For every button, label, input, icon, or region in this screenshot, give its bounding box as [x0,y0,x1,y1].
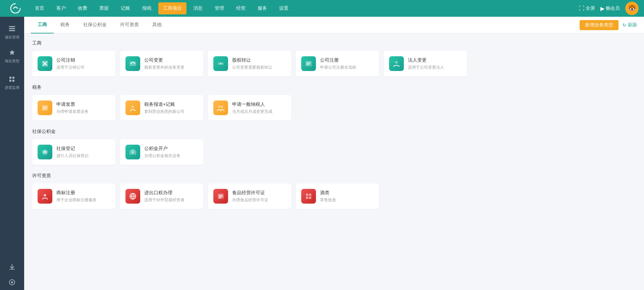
card-title-company-register: 公司注册 [320,57,356,63]
sidebar-settings[interactable] [0,275,24,290]
project-type-icon [7,48,17,57]
card-desc-provident-fund: 办理公积金相关业务 [144,153,180,159]
card-desc-general-taxpayer: 当月或次月成变更完成 [232,109,272,115]
card-company-register[interactable]: 公司注册 申请公司注册全流程 [296,51,379,76]
nav-items: 首页 客户 收费 票据 记账 报税 工商项目 消息 管理 经营 服务 设置 [29,0,579,17]
card-desc-company-register: 申请公司注册全流程 [320,65,356,70]
card-text-company-register: 公司注册 申请公司注册全流程 [320,57,356,70]
card-title-company-cancel: 公司注销 [56,57,85,63]
vip-btn[interactable]: ▶ 畅会员 [600,5,620,12]
card-icon-liquor [301,189,316,204]
card-title-equity-transfer: 股权转让 [232,57,272,63]
card-icon-legal-change [389,56,404,71]
card-legal-change[interactable]: 法人变更 适用于公司变更法人 [384,51,467,76]
svg-marker-3 [9,50,15,55]
card-tax-report[interactable]: 税务报道+记账 拿到营业执照的新公司 [120,95,203,121]
card-food-license[interactable]: 食品经营许可证 办理食品经营许可证 [208,184,291,209]
svg-rect-15 [306,61,312,66]
refresh-button[interactable]: ↻ 刷新 [623,22,637,28]
nav-customer[interactable]: 客户 [50,0,72,17]
card-text-company-cancel: 公司注销 适用于注销公司 [56,57,85,70]
card-title-tax-report: 税务报道+记账 [144,101,184,107]
section-xuke: 许可资质 R 商标注册 用于企业商标注册服务 [32,173,636,209]
card-desc-company-change: 股权变更外的业务变更 [144,65,184,70]
fullscreen-btn[interactable]: ⛶ 全屏 [579,5,595,11]
card-social-insurance[interactable]: 社保登记 进行人员社保登记 [32,139,115,165]
card-text-equity-transfer: 股权转让 公司变更需要股权转让 [232,57,272,70]
card-provident-fund[interactable]: 公积金开户 办理公积金相关业务 [120,139,203,165]
card-trademark[interactable]: R 商标注册 用于企业商标注册服务 [32,184,115,209]
card-company-change[interactable]: 公司变更 股权变更外的业务变更 [120,51,203,76]
sidebar: 项目管理 项目类型 进度监测 [0,17,24,290]
section-title-shebao: 社保公积金 [32,129,636,135]
tab-license[interactable]: 许可资质 [113,17,146,33]
card-text-company-change: 公司变更 股权变更外的业务变更 [144,57,184,70]
nav-home[interactable]: 首页 [29,0,50,17]
sidebar-label-project-manage: 项目管理 [5,35,19,40]
card-text-social-insurance: 社保登记 进行人员社保登记 [56,146,89,159]
nav-fee[interactable]: 收费 [72,0,93,17]
logo[interactable] [5,2,25,14]
card-desc-import-export: 适用于对外贸易经营者 [144,197,184,203]
tab-bar: 工商 税务 社保公积金 许可资质 其他 新增业务类型 ↻ 刷新 [24,17,644,33]
card-equity-transfer[interactable]: 股权转让 公司变更需要股权转让 [208,51,291,76]
tab-other[interactable]: 其他 [146,17,168,33]
nav-settings[interactable]: 设置 [273,0,294,17]
nav-service[interactable]: 服务 [252,0,273,17]
vip-label: 畅会员 [606,5,620,11]
tab-business[interactable]: 工商 [31,17,54,33]
svg-rect-4 [9,77,11,79]
card-icon-company-change [125,56,140,71]
svg-rect-8 [9,269,15,270]
svg-point-20 [221,106,223,108]
card-text-import-export: 进出口权办理 适用于对外贸易经营者 [144,190,184,203]
refresh-icon: ↻ [623,22,627,28]
sidebar-item-project-type[interactable]: 项目类型 [0,44,24,68]
nav-business[interactable]: 工商项目 [158,2,186,14]
card-desc-social-insurance: 进行人员社保登记 [56,153,89,159]
card-desc-tax-report: 拿到营业执照的新公司 [144,109,184,115]
svg-text:R: R [44,194,46,197]
tab-tax[interactable]: 税务 [54,17,76,33]
new-type-button[interactable]: 新增业务类型 [580,20,619,30]
content-scroll[interactable]: 工商 公司注销 适用于注销公司 [24,33,644,290]
card-icon-food-license [213,189,228,204]
nav-operate[interactable]: 经营 [230,0,252,17]
sidebar-download[interactable] [0,259,24,275]
content-area: 工商 税务 社保公积金 许可资质 其他 新增业务类型 ↻ 刷新 工商 [24,17,644,290]
card-title-general-taxpayer: 申请一般纳税人 [232,101,272,107]
card-general-taxpayer[interactable]: 申请一般纳税人 当月或次月成变更完成 [208,95,291,121]
card-icon-provident-fund [125,145,140,159]
nav-right: ⛶ 全屏 ▶ 畅会员 🐯 [579,2,639,15]
sidebar-item-progress[interactable]: 进度监测 [0,70,24,94]
sidebar-label-project-type: 项目类型 [5,59,19,64]
svg-point-13 [218,62,220,65]
nav-accounting[interactable]: 记账 [115,0,136,17]
card-title-company-change: 公司变更 [144,57,184,63]
card-text-provident-fund: 公积金开户 办理公积金相关业务 [144,146,180,159]
svg-point-16 [395,61,398,64]
card-company-cancel[interactable]: 公司注销 适用于注销公司 [32,51,115,76]
card-title-social-insurance: 社保登记 [56,146,89,152]
top-navigation: 首页 客户 收费 票据 记账 报税 工商项目 消息 管理 经营 服务 设置 ⛶ … [0,0,644,17]
mascot-avatar[interactable]: 🐯 [625,2,639,15]
sidebar-item-project-manage[interactable]: 项目管理 [0,20,24,44]
svg-rect-30 [306,197,308,199]
nav-manage[interactable]: 管理 [209,0,230,17]
tab-social-insurance[interactable]: 社保公积金 [76,17,113,33]
nav-invoice[interactable]: 票据 [93,0,115,17]
svg-point-19 [218,106,221,108]
card-liquor[interactable]: 酒类 零售批发 [296,184,379,209]
card-apply-invoice[interactable]: 申请发票 办理申请发票业务 [32,95,115,121]
card-icon-import-export [125,189,140,204]
nav-tax[interactable]: 报税 [136,0,158,17]
progress-icon [7,74,17,84]
nav-message[interactable]: 消息 [187,0,209,17]
card-text-apply-invoice: 申请发票 办理申请发票业务 [56,101,89,115]
card-desc-apply-invoice: 办理申请发票业务 [56,109,89,115]
tab-actions: 新增业务类型 ↻ 刷新 [580,20,637,30]
card-text-tax-report: 税务报道+记账 拿到营业执照的新公司 [144,101,184,115]
card-import-export[interactable]: 进出口权办理 适用于对外贸易经营者 [120,184,203,209]
card-desc-food-license: 办理食品经营许可证 [232,197,268,203]
svg-rect-7 [12,80,14,82]
